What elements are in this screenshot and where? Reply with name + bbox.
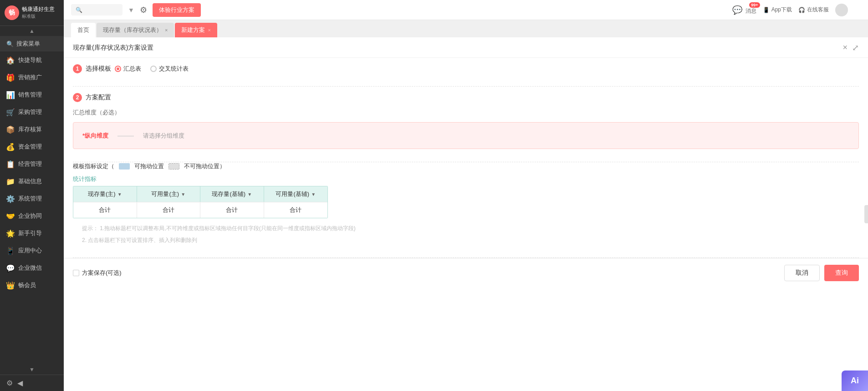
col-header-label-0: 现存量(主) [88,190,116,198]
sidebar-item-cooperation[interactable]: 🤝 企业协同 [0,207,64,225]
sidebar-item-finance[interactable]: 💰 资金管理 [0,138,64,155]
sidebar-item-label: 新手引导 [18,229,42,237]
tab-bar: 首页 现存量（库存状况表） × 新建方案 × [64,20,868,37]
col-header-0[interactable]: 现存量(主) ▼ [73,186,137,202]
col-sub-3: 合计 [290,206,301,214]
section1-badge: 1 [73,64,82,73]
tab-home[interactable]: 首页 [71,23,96,37]
topbar-dropdown-icon[interactable]: ▼ [128,6,134,14]
sidebar-item-label: 企业协同 [18,212,42,220]
col-header-label-2: 现存量(基辅) [212,190,245,198]
dimension-select-area[interactable]: *纵向维度 —— 请选择分组维度 [73,122,859,149]
user-name [850,6,861,14]
sidebar-item-newbie[interactable]: 🌟 新手引导 [0,225,64,242]
col-body-1: 合计 [137,202,201,218]
sidebar-scroll-down[interactable]: ▼ [0,365,64,375]
service-icon: 🎧 [798,7,805,13]
col-header-1[interactable]: 可用量(主) ▼ [137,186,201,202]
sidebar-item-inventory[interactable]: 📦 库存核算 [0,121,64,138]
dimension-hint: 请选择分组维度 [143,132,184,140]
sidebar-bottom: ⚙ ◀ [0,375,64,391]
close-icon[interactable]: × [842,43,848,53]
save-checkbox[interactable]: 方案保存(可选) [73,269,122,277]
sidebar-item-label: 采购管理 [18,108,42,116]
message-bell-icon: 💬 [732,5,742,15]
template-options: 汇总表 交叉统计表 [115,65,189,73]
app-download[interactable]: 📱 App下载 [763,6,792,14]
topbar-actions: 💬 99+ 消息 📱 App下载 🎧 在线客服 [732,4,861,16]
sidebar-item-quick-nav[interactable]: 🏠 快捷导航 [0,51,64,69]
radio-summary[interactable]: 汇总表 [115,65,141,73]
sidebar-item-label: 基础信息 [18,177,42,185]
cancel-button[interactable]: 取消 [784,265,820,281]
tip-1: 提示： 1.拖动标题栏可以调整布局,不可跨维度或指标区域拖动任何目字段(只能在同… [82,223,850,234]
sidebar-search[interactable]: 🔍 搜索菜单 [0,36,64,51]
sidebar: 畅 畅康通好生意 标准版 ▲ 🔍 搜索菜单 🏠 快捷导航 🎁 营销推广 📊 销售… [0,0,64,391]
sidebar-item-basic-info[interactable]: 📁 基础信息 [0,173,64,190]
sidebar-item-label: 经营管理 [18,160,42,168]
finance-icon: 💰 [6,143,15,151]
col-dropdown-2[interactable]: ▼ [247,192,252,197]
col-header-2[interactable]: 现存量(基辅) ▼ [200,186,264,202]
content-area: 现存量(库存状况表)方案设置 × ⤢ 1 选择模板 汇总表 交叉统计表 [64,37,868,391]
right-edge-handle[interactable] [864,205,868,223]
topbar-gear-icon[interactable]: ⚙ [140,5,147,15]
settings-bottom-icon[interactable]: ⚙ [6,379,13,387]
messages-label: 消息 [745,8,756,14]
sidebar-item-member[interactable]: 👑 畅会员 [0,277,64,294]
stats-body-row: 合计 合计 合计 合计 [73,202,327,218]
sidebar-item-app-center[interactable]: 📱 应用中心 [0,242,64,259]
tab-new-plan[interactable]: 新建方案 × [175,23,217,37]
trial-btn[interactable]: 体验行业方案 [153,3,201,17]
search-label: 搜索菜单 [16,40,40,48]
topbar-search[interactable]: 🔍 [71,4,123,15]
content-header-close[interactable]: × ⤢ [842,43,859,53]
wechat-icon: 💬 [6,264,15,272]
indicator-settings-label: 模板指标设定（ 可拖动位置 不可拖动位置） [73,162,859,170]
col-dropdown-3[interactable]: ▼ [311,192,316,197]
app-download-label: App下载 [771,6,792,14]
col-sub-2: 合计 [226,206,238,214]
marketing-icon: 🎁 [6,73,15,82]
col-body-2: 合计 [200,202,264,218]
sidebar-item-label: 系统管理 [18,195,42,203]
sidebar-item-system[interactable]: ⚙️ 系统管理 [0,190,64,207]
radio-summary-label: 汇总表 [123,65,141,73]
col-body-0: 合计 [73,202,137,218]
online-service[interactable]: 🎧 在线客服 [798,6,829,14]
radio-cross[interactable]: 交叉统计表 [150,65,189,73]
user-area[interactable] [835,4,861,16]
logo-text: 畅康通好生意 标准版 [22,6,55,20]
footer: 方案保存(可选) 取消 查询 [64,258,868,288]
sidebar-item-label: 销售管理 [18,91,42,99]
col-dropdown-1[interactable]: ▼ [181,192,185,197]
ai-badge[interactable]: Ai [842,370,868,391]
sidebar-item-operation[interactable]: 📋 经营管理 [0,155,64,173]
sidebar-scroll-up[interactable]: ▲ [0,26,64,36]
col-header-3[interactable]: 可用量(基辅) ▼ [264,186,328,202]
messages-icon[interactable]: 💬 99+ 消息 [732,5,756,15]
sidebar-item-purchase[interactable]: 🛒 采购管理 [0,103,64,121]
sidebar-item-wechat[interactable]: 💬 企业微信 [0,259,64,277]
save-checkbox-box[interactable] [73,270,79,276]
col-dropdown-0[interactable]: ▼ [117,192,122,197]
not-movable-label: 不可拖动位置） [184,162,225,170]
sidebar-item-label: 应用中心 [18,247,42,255]
tab-inventory-close-icon[interactable]: × [165,27,168,33]
content-title: 现存量(库存状况表)方案设置 [73,44,153,52]
collapse-icon[interactable]: ◀ [17,379,23,387]
stats-header-row: 现存量(主) ▼ 可用量(主) ▼ 现存量(基辅) ▼ 可用量(基辅) ▼ [73,186,327,202]
indicator-settings: 模板指标设定（ 可拖动位置 不可拖动位置） 统计指标 现存量(主) ▼ 可用量(… [64,162,868,257]
sidebar-item-sales[interactable]: 📊 销售管理 [0,86,64,103]
stats-title: 统计指标 [73,175,859,183]
tab-new-plan-close-icon[interactable]: × [208,27,210,33]
topbar-search-text [85,6,118,14]
tab-inventory-status[interactable]: 现存量（库存状况表） × [97,23,174,37]
sidebar-item-marketing[interactable]: 🎁 营销推广 [0,69,64,86]
quick-nav-icon: 🏠 [6,56,15,64]
query-button[interactable]: 查询 [824,265,859,281]
app-center-icon: 📱 [6,247,15,255]
tab-new-plan-label: 新建方案 [181,26,205,34]
radio-summary-circle [115,66,121,72]
expand-icon[interactable]: ⤢ [852,43,859,53]
